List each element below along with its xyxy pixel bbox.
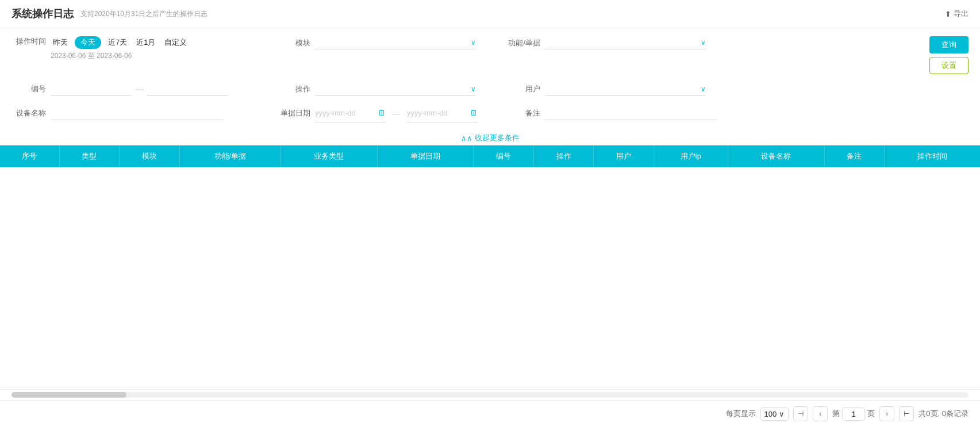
voucher-date-start-input[interactable] xyxy=(315,106,378,120)
function-dropdown-icon: ∨ xyxy=(701,39,706,47)
time-btn-yesterday[interactable]: 昨天 xyxy=(51,36,70,49)
page-container: 系统操作日志 支持2020年10月31日之后产生的操作日志 ⬆ 导出 操作时间 … xyxy=(0,0,980,427)
table-header-row: 序号 类型 模块 功能/单据 业务类型 单据日期 编号 操作 用户 用户ip 设… xyxy=(0,145,980,167)
col-number: 序号 xyxy=(0,145,59,167)
user-select[interactable]: ∨ xyxy=(545,83,706,96)
pagination-bar: 每页显示 100 ∨ ⊣ ‹ 第 页 › ⊢ 共0页, 0条记录 xyxy=(0,400,980,427)
col-remark: 备注 xyxy=(824,145,884,167)
filter-section: 操作时间 昨天 今天 近7天 近1月 自定义 2023-06-06 至 2023… xyxy=(0,28,980,145)
col-function: 功能/单据 xyxy=(179,145,280,167)
number-end-input[interactable] xyxy=(148,82,228,96)
last-page-button[interactable]: ⊢ xyxy=(899,406,914,421)
function-select[interactable]: ∨ xyxy=(545,36,706,49)
next-page-button[interactable]: › xyxy=(879,406,894,421)
time-btn-7days[interactable]: 近7天 xyxy=(106,36,129,49)
time-btn-custom[interactable]: 自定义 xyxy=(162,36,189,49)
col-user-ip: 用户ip xyxy=(654,145,728,167)
collapse-button[interactable]: ∧∧ 收起更多条件 xyxy=(461,133,520,143)
voucher-date-end-input[interactable] xyxy=(407,106,470,120)
col-operation: 操作 xyxy=(533,145,593,167)
col-device: 设备名称 xyxy=(728,145,824,167)
per-page-select[interactable]: 100 ∨ xyxy=(760,407,789,421)
settings-button[interactable]: 设置 xyxy=(929,57,969,74)
device-input[interactable] xyxy=(51,106,223,120)
page-input-group: 第 页 xyxy=(832,407,875,421)
header-actions: ⬆ 导出 xyxy=(945,9,969,19)
table-header: 序号 类型 模块 功能/单据 业务类型 单据日期 编号 操作 用户 用户ip 设… xyxy=(0,145,980,167)
col-op-time: 操作时间 xyxy=(884,145,980,167)
table-container: 序号 类型 模块 功能/单据 业务类型 单据日期 编号 操作 用户 用户ip 设… xyxy=(0,145,980,389)
time-range: 2023-06-06 至 2023-06-06 xyxy=(51,51,189,61)
module-label: 模块 xyxy=(276,38,310,48)
per-page-label: 每页显示 xyxy=(726,409,756,419)
time-label: 操作时间 xyxy=(11,36,46,47)
calendar-end-icon[interactable]: 🗓 xyxy=(470,109,478,117)
col-code: 编号 xyxy=(474,145,533,167)
page-header: 系统操作日志 支持2020年10月31日之后产生的操作日志 ⬆ 导出 xyxy=(0,0,980,28)
col-user: 用户 xyxy=(594,145,654,167)
collapse-label: 收起更多条件 xyxy=(475,133,520,143)
first-page-button[interactable]: ⊣ xyxy=(793,406,808,421)
col-type: 类型 xyxy=(59,145,119,167)
collapse-row: ∧∧ 收起更多条件 xyxy=(11,128,969,145)
col-biz-type: 业务类型 xyxy=(281,145,378,167)
export-button[interactable]: ⬆ 导出 xyxy=(945,9,969,19)
voucher-date-label: 单据日期 xyxy=(276,108,310,118)
function-label: 功能/单据 xyxy=(506,38,540,48)
per-page-value: 100 xyxy=(764,410,777,418)
module-select[interactable]: ∨ xyxy=(315,36,476,49)
time-buttons: 昨天 今天 近7天 近1月 自定义 xyxy=(51,36,189,49)
scrollbar-area xyxy=(0,389,980,400)
collapse-icon: ∧∧ xyxy=(461,134,472,143)
empty-area xyxy=(0,167,980,368)
time-btn-today[interactable]: 今天 xyxy=(75,36,101,49)
page-title: 系统操作日志 xyxy=(11,7,74,21)
prev-page-button[interactable]: ‹ xyxy=(813,406,828,421)
page-total: 共0页, 0条记录 xyxy=(918,409,969,419)
number-start-input[interactable] xyxy=(51,82,131,96)
data-table: 序号 类型 模块 功能/单据 业务类型 单据日期 编号 操作 用户 用户ip 设… xyxy=(0,145,980,167)
page-suffix: 页 xyxy=(867,409,875,419)
export-label: 导出 xyxy=(954,9,969,19)
col-module: 模块 xyxy=(120,145,179,167)
operation-dropdown-icon: ∨ xyxy=(471,85,476,93)
user-dropdown-icon: ∨ xyxy=(701,85,706,93)
page-number-input[interactable] xyxy=(842,407,865,421)
number-label: 编号 xyxy=(11,84,46,94)
calendar-start-icon[interactable]: 🗓 xyxy=(378,109,386,117)
per-page-dropdown-icon: ∨ xyxy=(779,410,785,418)
remark-input[interactable] xyxy=(545,106,717,120)
scrollbar-track xyxy=(11,392,969,398)
scrollbar-thumb[interactable] xyxy=(11,392,126,398)
remark-label: 备注 xyxy=(506,108,540,118)
user-label: 用户 xyxy=(506,84,540,94)
module-dropdown-icon: ∨ xyxy=(471,39,476,47)
page-subtitle: 支持2020年10月31日之后产生的操作日志 xyxy=(80,9,207,19)
page-label: 第 xyxy=(832,409,840,419)
voucher-date-dash: — xyxy=(393,109,400,118)
number-dash: — xyxy=(136,85,143,94)
operation-label: 操作 xyxy=(276,84,310,94)
time-btn-1month[interactable]: 近1月 xyxy=(134,36,157,49)
device-label: 设备名称 xyxy=(11,108,46,118)
query-button[interactable]: 查询 xyxy=(929,36,969,53)
time-filter-group: 昨天 今天 近7天 近1月 自定义 2023-06-06 至 2023-06-0… xyxy=(51,36,189,61)
filter-main: 操作时间 昨天 今天 近7天 近1月 自定义 2023-06-06 至 2023… xyxy=(11,28,969,145)
col-voucher-date: 单据日期 xyxy=(377,145,474,167)
operation-select[interactable]: ∨ xyxy=(315,83,476,96)
export-icon: ⬆ xyxy=(945,10,951,18)
